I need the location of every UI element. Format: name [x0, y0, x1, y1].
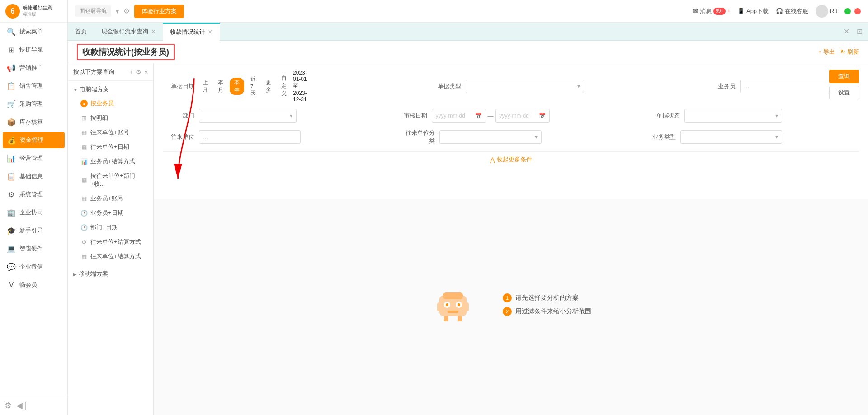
counterpart-select[interactable]: ... — [199, 130, 301, 144]
sidebar-item-enterprise-wechat[interactable]: 💬 企业微信 — [0, 258, 67, 276]
sidebar-item-finance[interactable]: 💰 资金管理 — [3, 132, 65, 148]
add-scheme-icon[interactable]: + — [129, 68, 133, 75]
scheme-item-salesperson-account[interactable]: ▦ 业务员+账号 — [68, 191, 153, 206]
tab-bank-flow-close-icon[interactable]: ✕ — [151, 28, 156, 35]
panel-header-icons: + ⚙ « — [129, 68, 148, 75]
collapse-sidebar-icon[interactable]: ◀‖ — [16, 401, 27, 410]
svg-rect-8 — [465, 302, 469, 311]
step-num-1: 1 — [503, 293, 512, 302]
review-date-to[interactable]: yyyy-mm-dd 📅 — [495, 109, 550, 123]
refresh-btn[interactable]: ↻ 刷新 — [840, 48, 859, 56]
scheme-item-dept-date[interactable]: 🕐 部门+日期 — [68, 220, 153, 235]
tab-collection-stats-close-icon[interactable]: ✕ — [208, 29, 212, 35]
enterprise-icon: 🏢 — [7, 208, 16, 217]
filter-row-dept: 部门 ▾ 审核日期 yyyy-mm-dd 📅 — — [163, 109, 859, 123]
tab-restore-icon[interactable]: ⊡ — [857, 27, 863, 36]
settings-bottom-icon[interactable]: ⚙ — [5, 401, 12, 410]
collapse-filters-btn[interactable]: ⋀ 收起更多条件 — [163, 151, 859, 167]
shortcut-7days[interactable]: 近7天 — [247, 75, 259, 98]
settings-filter-btn[interactable]: 设置 — [829, 86, 859, 99]
sidebar-item-membership[interactable]: V 畅会员 — [0, 276, 67, 294]
tab-close-all-icon[interactable]: ✕ — [844, 27, 849, 36]
scheme-salesperson-account-icon: ▦ — [80, 195, 88, 202]
voucher-status-select[interactable]: ▾ — [684, 109, 782, 123]
scheme-group-desktop: ▼ 电脑端方案 ● 按业务员 ⊞ 按明细 ▦ 往来单位+账号 — [68, 81, 153, 265]
voucher-type-select[interactable]: ▾ — [466, 80, 585, 93]
filter-row-counterpart: 往来单位 ... 往来单位分类 ▾ 业务类型 — [163, 129, 859, 145]
sidebar-item-system[interactable]: ⚙ 系统管理 — [0, 185, 67, 203]
sidebar-item-basic-info[interactable]: 📋 基础信息 — [0, 167, 67, 185]
sidebar-item-marketing[interactable]: 📢 营销推广 — [0, 59, 67, 77]
scheme-item-unit-date[interactable]: ▦ 往来单位+日期 — [68, 140, 153, 154]
trial-btn[interactable]: 体验行业方案 — [134, 5, 184, 18]
scheme-group-mobile: ▶ 移动端方案 — [68, 265, 153, 283]
scheme-item-salesperson-payment[interactable]: 📊 业务员+结算方式 — [68, 154, 153, 169]
purchase-icon: 🛒 — [7, 99, 16, 108]
svg-rect-9 — [444, 316, 448, 321]
review-date-from[interactable]: yyyy-mm-dd 📅 — [432, 109, 486, 123]
app-logo-icon: 6 — [5, 4, 20, 19]
review-date-range: yyyy-mm-dd 📅 — yyyy-mm-dd 📅 — [432, 109, 550, 123]
shortcut-last-month[interactable]: 上月 — [199, 78, 212, 95]
maximize-btn[interactable] — [844, 8, 851, 14]
export-icon: ↑ — [819, 48, 822, 55]
sidebar-item-inventory[interactable]: 📦 库存核算 — [0, 113, 67, 131]
collapse-panel-icon[interactable]: « — [144, 68, 148, 75]
scheme-item-unit-account[interactable]: ▦ 往来单位+账号 — [68, 125, 153, 140]
app-download-btn[interactable]: 📱 App下载 — [737, 7, 769, 15]
scheme-item-unit-payment1[interactable]: ⚙ 往来单位+结算方式 — [68, 235, 153, 249]
header-right: ✉ 消息 99+ + 📱 App下载 🎧 在线客服 Rit — [693, 5, 861, 18]
scheme-item-unit-dept[interactable]: ▦ 按往来单位+部门+收... — [68, 169, 153, 191]
inventory-icon: 📦 — [7, 118, 16, 127]
scheme-unit-account-icon: ▦ — [80, 129, 88, 136]
sidebar-item-operations[interactable]: 📊 经营管理 — [0, 149, 67, 167]
filter-panel: 单据日期 上月 本月 本年 近7天 更多 自定义 2023-01-01 至 20… — [154, 63, 868, 199]
finance-icon: 💰 — [7, 136, 16, 145]
shortcut-this-year[interactable]: 本年 — [230, 78, 244, 95]
tab-bar-window-controls: ✕ ⊡ — [838, 27, 868, 36]
scheme-item-by-detail[interactable]: ⊞ 按明细 — [68, 111, 153, 125]
counterpart-category-select[interactable]: ▾ — [439, 130, 541, 144]
close-window-btn[interactable] — [854, 8, 861, 14]
sidebar-item-enterprise[interactable]: 🏢 企业协同 — [0, 203, 67, 222]
guide-icon: 🎓 — [7, 226, 16, 235]
scheme-item-by-salesperson[interactable]: ● 按业务员 — [68, 96, 153, 111]
scheme-group-desktop-header[interactable]: ▼ 电脑端方案 — [68, 83, 153, 96]
svg-rect-6 — [448, 311, 458, 313]
header-settings-icon[interactable]: ⚙ — [123, 7, 130, 15]
sidebar-item-smart-hardware[interactable]: 💻 智能硬件 — [0, 240, 67, 258]
query-btn[interactable]: 查询 — [829, 70, 859, 83]
shortcut-custom[interactable]: 自定义 — [278, 74, 290, 99]
sidebar-item-sales[interactable]: 📋 销售管理 — [0, 77, 67, 95]
empty-step-1: 1 请先选择要分析的方案 — [503, 293, 591, 302]
sidebar-item-guide[interactable]: 🎓 新手引导 — [0, 222, 67, 240]
scheme-settings-icon[interactable]: ⚙ — [136, 68, 142, 75]
scheme-item-salesperson-date[interactable]: 🕐 业务员+日期 — [68, 206, 153, 220]
shortcut-more[interactable]: 更多 — [262, 78, 275, 95]
business-type-select[interactable]: ▾ — [680, 130, 782, 144]
sidebar-item-search-menu[interactable]: 🔍 搜索菜单 — [0, 23, 67, 41]
sidebar-item-quick-nav[interactable]: ⊞ 快捷导航 — [0, 41, 67, 59]
messages-btn[interactable]: ✉ 消息 99+ + — [693, 7, 730, 15]
date-range-display: 2023-01-01 至 2023-12-31 — [293, 70, 310, 103]
enterprise-wechat-icon: 💬 — [7, 262, 16, 271]
messages-badge: 99+ — [713, 8, 726, 15]
search-menu-icon: 🔍 — [7, 27, 16, 36]
user-profile[interactable]: Rit — [816, 5, 837, 18]
tab-collection-stats[interactable]: 收款情况统计 ✕ — [163, 23, 220, 41]
shortcut-this-month[interactable]: 本月 — [214, 78, 227, 95]
header-left: 面包屑导航 ▾ ⚙ 体验行业方案 — [75, 5, 184, 18]
scheme-group-mobile-header[interactable]: ▶ 移动端方案 — [68, 267, 153, 281]
dept-select[interactable]: ▾ — [199, 109, 297, 123]
export-btn[interactable]: ↑ 导出 — [819, 48, 835, 56]
breadcrumb: 面包屑导航 — [75, 5, 111, 17]
empty-state-content: 1 请先选择要分析的方案 2 用过滤条件来缩小分析范围 — [430, 280, 591, 334]
tab-home[interactable]: 首页 — [68, 28, 94, 36]
breadcrumb-chevron-icon[interactable]: ▾ — [116, 8, 119, 15]
tab-bank-flow[interactable]: 现金银行流水查询 ✕ — [94, 23, 163, 41]
sidebar-item-purchase[interactable]: 🛒 采购管理 — [0, 95, 67, 113]
online-service-btn[interactable]: 🎧 在线客服 — [776, 7, 808, 15]
scheme-item-unit-payment2[interactable]: ▦ 往来单位+结算方式 — [68, 249, 153, 264]
scheme-unit-payment1-icon: ⚙ — [80, 238, 88, 245]
business-type-arrow-icon: ▾ — [775, 134, 778, 140]
